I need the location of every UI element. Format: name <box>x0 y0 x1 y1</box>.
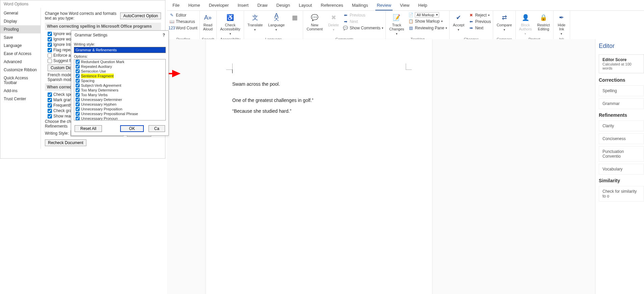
cancel-button[interactable]: Ca <box>149 125 165 132</box>
grammar-option-label: Spacing <box>81 78 95 83</box>
editor-vocabulary-item[interactable]: Vocabulary <box>599 164 644 175</box>
autocorrect-options-button[interactable]: AutoCorrect Option <box>120 12 161 19</box>
editor-punctuation-item[interactable]: Punctuation Conventio <box>599 146 644 162</box>
grammar-option-item[interactable]: Redundant Question Mark <box>74 59 165 64</box>
language-button[interactable]: AㅈLanguage <box>267 12 286 32</box>
grammar-option-checkbox[interactable] <box>76 60 80 64</box>
grammar-option-item[interactable]: Unnecessary Prepositional Phrase <box>74 111 165 116</box>
grammar-option-checkbox[interactable] <box>76 102 80 106</box>
tab-review[interactable]: Review <box>375 2 393 10</box>
next-change-button[interactable]: ➡Next <box>468 25 491 31</box>
grammar-option-label: Sentence Fragment <box>81 74 114 78</box>
translate-button[interactable]: 文Translate <box>246 12 264 32</box>
tab-view[interactable]: View <box>399 2 411 10</box>
tab-layout[interactable]: Layout <box>297 2 313 10</box>
grammar-option-item[interactable]: Unnecessary Preposition <box>74 107 165 111</box>
new-comment-button[interactable]: 💬New Comment <box>305 12 324 32</box>
show-comments-button[interactable]: 💬Show Comments <box>343 25 383 31</box>
tab-file[interactable]: File <box>171 2 181 10</box>
writing-style-label: Writing style: <box>74 42 166 46</box>
nav-proofing[interactable]: Proofing <box>0 25 41 33</box>
grammar-option-checkbox[interactable] <box>76 107 80 111</box>
accept-button[interactable]: ✔Accept <box>452 12 466 32</box>
editor-grammar-item[interactable]: Grammar <box>599 98 644 109</box>
ok-button[interactable]: OK <box>120 125 143 132</box>
nav-advanced[interactable]: Advanced <box>0 58 41 66</box>
editor-score-card[interactable]: Editor Score Calculated at 100 words <box>599 54 644 73</box>
nav-language[interactable]: Language <box>0 42 41 50</box>
paragraph[interactable]: One of the greatest challenges in golf.” <box>232 98 406 103</box>
nav-save[interactable]: Save <box>0 33 41 42</box>
nav-ease[interactable]: Ease of Access <box>0 50 41 58</box>
grammar-option-label: Unnecessary Determiner <box>81 97 122 102</box>
compare-button[interactable]: ⇄Compare <box>495 12 513 32</box>
check-accessibility-button[interactable]: ♿Check Accessibility <box>219 12 242 36</box>
nav-trust[interactable]: Trust Center <box>0 95 41 103</box>
grammar-option-checkbox[interactable] <box>76 74 80 78</box>
grammar-option-item[interactable]: Sentence Fragment <box>74 74 165 78</box>
nav-addins[interactable]: Add-ins <box>0 87 41 95</box>
previous-change-button[interactable]: ⬅Previous <box>468 19 491 25</box>
writing-style-dropdown[interactable]: Grammar & Refinements <box>74 47 166 53</box>
read-aloud-button[interactable]: A»Read Aloud <box>202 12 214 32</box>
grammar-option-checkbox[interactable] <box>76 69 80 73</box>
hide-ink-button[interactable]: ✒Hide Ink <box>556 12 568 36</box>
grammar-option-checkbox[interactable] <box>76 116 80 121</box>
tab-references[interactable]: References <box>319 2 344 10</box>
nav-general[interactable]: General <box>0 9 41 17</box>
grammar-option-checkbox[interactable] <box>76 112 80 116</box>
paragraph[interactable]: Swam across the pool. <box>232 81 406 87</box>
grammar-options-list[interactable]: Redundant Question MarkRepeated Auxiliar… <box>74 59 166 121</box>
nav-qat[interactable]: Quick Access Toolbar <box>0 74 41 87</box>
word-count-button[interactable]: 123Word Count <box>169 25 197 31</box>
grammar-option-item[interactable]: Too Many Verbs <box>74 92 165 97</box>
document-page[interactable]: Swam across the pool. One of the greates… <box>206 39 432 294</box>
previous-comment-button[interactable]: ⬅Previous <box>343 12 383 18</box>
delete-comment-button[interactable]: ✖Delete <box>327 12 340 32</box>
reviewing-pane-button[interactable]: ▤Reviewing Pane <box>408 25 447 31</box>
editor-button[interactable]: ✎Editor <box>169 12 197 18</box>
grammar-option-checkbox[interactable] <box>76 64 80 69</box>
grammar-option-checkbox[interactable] <box>76 93 80 97</box>
tab-developer[interactable]: Developer <box>208 2 230 10</box>
track-changes-button[interactable]: 📝Track Changes <box>388 12 405 36</box>
editor-clarity-item[interactable]: Clarity <box>599 121 644 131</box>
grammar-option-item[interactable]: Unnecessary Determiner <box>74 97 165 102</box>
nav-display[interactable]: Display <box>0 17 41 25</box>
next-comment-button[interactable]: ➡Next <box>343 19 383 25</box>
restrict-editing-button[interactable]: 🔒Restrict Editing <box>536 12 551 32</box>
grammar-option-item[interactable]: Unnecessary Pronoun <box>74 116 165 121</box>
group-changes: ✔Accept ✖Reject ⬅Previous ➡Next Changes <box>450 11 493 42</box>
tab-mailings[interactable]: Mailings <box>351 2 370 10</box>
tab-help[interactable]: Help <box>417 2 429 10</box>
reject-button[interactable]: ✖Reject <box>468 12 491 18</box>
grammar-option-checkbox[interactable] <box>76 83 80 87</box>
help-icon[interactable]: ? <box>163 33 165 37</box>
grammar-option-item[interactable]: Subject-Verb Agreement <box>74 83 165 88</box>
editor-conciseness-item[interactable]: Conciseness <box>599 133 644 144</box>
grammar-option-item[interactable]: Unnecessary Hyphen <box>74 102 165 107</box>
grammar-option-checkbox[interactable] <box>76 88 80 92</box>
recheck-document-button[interactable]: Recheck Document <box>45 139 86 146</box>
nav-customize-ribbon[interactable]: Customize Ribbon <box>0 66 41 74</box>
block-authors-button[interactable]: 👤Block Authors <box>518 12 533 36</box>
grammar-option-item[interactable]: Spacing <box>74 78 165 83</box>
grammar-option-item[interactable]: Semicolon Use <box>74 69 165 74</box>
tab-home[interactable]: Home <box>187 2 202 10</box>
tab-design[interactable]: Design <box>275 2 291 10</box>
reset-all-button[interactable]: Reset All <box>75 125 102 132</box>
grammar-option-checkbox[interactable] <box>76 98 80 102</box>
show-markup-button[interactable]: 📋Show Markup <box>408 18 447 24</box>
markup-dropdown[interactable]: All Markup <box>415 12 439 17</box>
grammar-option-item[interactable]: Repeated Auxiliary <box>74 64 165 69</box>
tab-insert[interactable]: Insert <box>236 2 250 10</box>
tab-draw[interactable]: Draw <box>256 2 269 10</box>
thesaurus-button[interactable]: 📖Thesaurus <box>169 19 197 25</box>
lang-extra-button[interactable]: ▦ <box>289 12 301 23</box>
paragraph[interactable]: “Because she studied hard.” <box>232 108 406 114</box>
grammar-option-checkbox[interactable] <box>76 79 80 83</box>
editor-similarity-item[interactable]: Check for similarity to o <box>599 186 644 202</box>
editor-spelling-item[interactable]: Spelling <box>599 85 644 96</box>
grammar-option-item[interactable]: Too Many Determiners <box>74 88 165 92</box>
grammar-dialog-title: Grammar Settings <box>75 33 107 37</box>
